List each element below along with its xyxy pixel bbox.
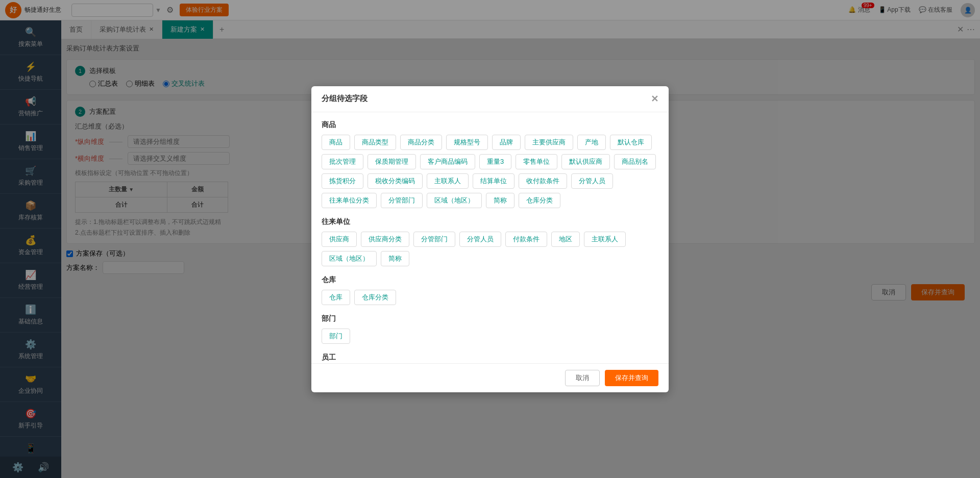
field-tag-0-25[interactable]: 仓库分类	[519, 193, 560, 208]
dialog-title: 分组待选字段	[322, 94, 368, 104]
field-grid-0: 商品商品类型商品分类规格型号品牌主要供应商产地默认仓库批次管理保质期管理客户商品…	[322, 135, 658, 208]
section-title-3: 部门	[322, 314, 658, 323]
field-tag-0-16[interactable]: 税收分类编码	[368, 173, 423, 189]
field-tag-0-17[interactable]: 主联系人	[427, 173, 469, 189]
field-tag-0-12[interactable]: 零售单位	[516, 154, 557, 169]
group-field-dialog: 分组待选字段 ✕ 商品商品商品类型商品分类规格型号品牌主要供应商产地默认仓库批次…	[311, 86, 669, 392]
field-tag-0-0[interactable]: 商品	[322, 135, 350, 150]
dialog-confirm-btn[interactable]: 保存并查询	[605, 370, 658, 386]
dialog-section-2: 仓库仓库仓库分类	[322, 275, 658, 305]
field-tag-0-11[interactable]: 重量3	[479, 154, 511, 169]
section-title-4: 员工	[322, 353, 658, 362]
field-grid-2: 仓库仓库分类	[322, 290, 658, 305]
section-title-0: 商品	[322, 120, 658, 130]
field-tag-1-1[interactable]: 供应商分类	[361, 232, 409, 247]
field-tag-0-13[interactable]: 默认供应商	[561, 154, 610, 169]
field-tag-3-0[interactable]: 部门	[322, 329, 350, 344]
field-tag-0-2[interactable]: 商品分类	[400, 135, 442, 150]
field-tag-2-0[interactable]: 仓库	[322, 290, 350, 305]
field-tag-1-8[interactable]: 简称	[381, 251, 409, 266]
field-tag-0-14[interactable]: 商品别名	[614, 154, 656, 169]
field-tag-1-0[interactable]: 供应商	[322, 232, 357, 247]
field-tag-1-7[interactable]: 区域（地区）	[322, 251, 377, 266]
field-grid-3: 部门	[322, 329, 658, 344]
field-tag-0-21[interactable]: 往来单位分类	[322, 193, 377, 208]
field-tag-1-4[interactable]: 付款条件	[505, 232, 547, 247]
field-tag-2-1[interactable]: 仓库分类	[354, 290, 396, 305]
field-tag-0-15[interactable]: 拣货积分	[322, 173, 363, 189]
field-tag-0-5[interactable]: 主要供应商	[525, 135, 573, 150]
field-tag-0-20[interactable]: 分管人员	[571, 173, 613, 189]
field-tag-1-3[interactable]: 分管人员	[459, 232, 501, 247]
field-tag-0-24[interactable]: 简称	[486, 193, 514, 208]
field-tag-0-10[interactable]: 客户商品编码	[420, 154, 475, 169]
section-title-2: 仓库	[322, 275, 658, 285]
field-grid-1: 供应商供应商分类分管部门分管人员付款条件地区主联系人区域（地区）简称	[322, 232, 658, 266]
field-tag-0-1[interactable]: 商品类型	[354, 135, 396, 150]
dialog-footer: 取消 保存并查询	[311, 363, 669, 392]
dialog-section-4: 员工业务员	[322, 353, 658, 363]
dialog-section-3: 部门部门	[322, 314, 658, 344]
dialog-cancel-btn[interactable]: 取消	[565, 370, 600, 386]
field-tag-0-18[interactable]: 结算单位	[473, 173, 514, 189]
field-tag-1-2[interactable]: 分管部门	[413, 232, 455, 247]
dialog-section-0: 商品商品商品类型商品分类规格型号品牌主要供应商产地默认仓库批次管理保质期管理客户…	[322, 120, 658, 208]
dialog-header: 分组待选字段 ✕	[311, 86, 669, 112]
field-tag-0-3[interactable]: 规格型号	[446, 135, 488, 150]
dialog-body: 商品商品商品类型商品分类规格型号品牌主要供应商产地默认仓库批次管理保质期管理客户…	[311, 112, 669, 363]
field-tag-0-19[interactable]: 收付款条件	[519, 173, 567, 189]
field-tag-0-22[interactable]: 分管部门	[381, 193, 423, 208]
dialog-section-1: 往来单位供应商供应商分类分管部门分管人员付款条件地区主联系人区域（地区）简称	[322, 217, 658, 266]
field-tag-1-5[interactable]: 地区	[551, 232, 580, 247]
field-tag-0-23[interactable]: 区域（地区）	[427, 193, 482, 208]
field-tag-0-9[interactable]: 保质期管理	[368, 154, 416, 169]
field-tag-0-7[interactable]: 默认仓库	[610, 135, 652, 150]
section-title-1: 往来单位	[322, 217, 658, 227]
field-tag-0-8[interactable]: 批次管理	[322, 154, 363, 169]
field-tag-1-6[interactable]: 主联系人	[584, 232, 626, 247]
field-tag-0-6[interactable]: 产地	[577, 135, 606, 150]
field-tag-0-4[interactable]: 品牌	[492, 135, 521, 150]
dialog-close-btn[interactable]: ✕	[651, 93, 658, 105]
